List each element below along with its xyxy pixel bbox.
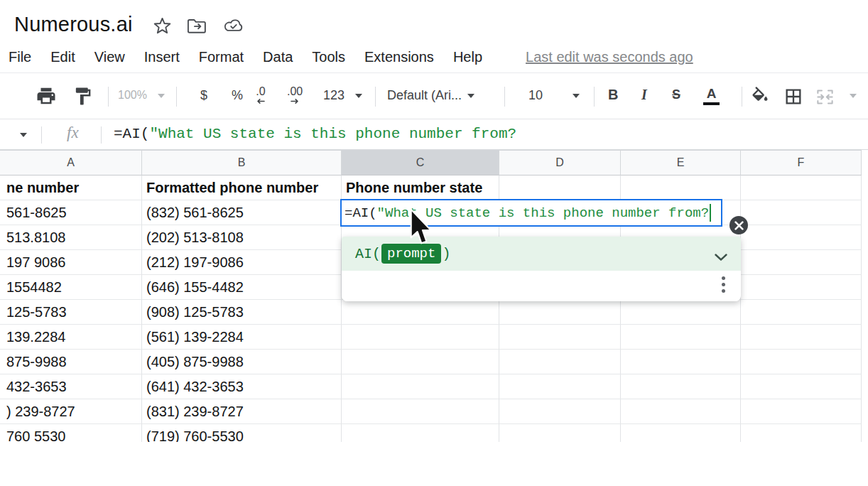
- active-cell-editor[interactable]: =AI("What US state is this phone number …: [340, 199, 722, 227]
- cell[interactable]: (212) 197-9086: [142, 250, 342, 275]
- cell[interactable]: [342, 350, 499, 374]
- menu-help[interactable]: Help: [453, 49, 482, 65]
- zoom-control[interactable]: 100%: [118, 89, 147, 102]
- more-formats-button[interactable]: 123: [323, 88, 345, 103]
- cloud-check-icon[interactable]: [223, 18, 244, 34]
- fill-color-button[interactable]: [750, 87, 770, 109]
- column-header-d[interactable]: D: [499, 150, 621, 176]
- merge-cells-button[interactable]: [815, 87, 835, 109]
- chevron-down-icon[interactable]: [714, 249, 728, 266]
- cell[interactable]: (908) 125-5783: [142, 300, 342, 325]
- more-options-icon[interactable]: [722, 276, 725, 293]
- cell[interactable]: [499, 300, 621, 325]
- cell[interactable]: 139.2284: [0, 325, 142, 350]
- cell[interactable]: (719) 760-5530: [142, 424, 342, 442]
- cell[interactable]: 197 9086: [0, 250, 142, 275]
- move-folder-icon[interactable]: [188, 17, 207, 34]
- bold-button[interactable]: B: [608, 87, 618, 103]
- menu-data[interactable]: Data: [263, 49, 293, 65]
- strikethrough-button[interactable]: S: [672, 87, 680, 102]
- cell[interactable]: [342, 325, 499, 350]
- cell[interactable]: [741, 275, 862, 300]
- cell[interactable]: (831) 239-8727: [142, 399, 342, 424]
- cell[interactable]: [621, 325, 741, 350]
- star-icon[interactable]: [153, 16, 172, 36]
- cell[interactable]: [499, 424, 621, 442]
- cell[interactable]: Phone number state: [342, 176, 499, 200]
- cell[interactable]: 760 5530: [0, 424, 142, 442]
- decrease-decimal-button[interactable]: .0: [256, 85, 266, 104]
- italic-button[interactable]: I: [641, 87, 647, 103]
- merge-dropdown-icon[interactable]: [850, 94, 857, 98]
- cell[interactable]: (832) 561-8625: [142, 200, 342, 225]
- cell[interactable]: [342, 424, 499, 442]
- menu-file[interactable]: File: [9, 49, 31, 65]
- cell[interactable]: 561-8625: [0, 200, 142, 225]
- menu-edit[interactable]: Edit: [50, 49, 75, 65]
- cell[interactable]: [342, 374, 499, 399]
- menu-format[interactable]: Format: [199, 49, 244, 65]
- cell[interactable]: (646) 155-4482: [142, 275, 342, 300]
- cell[interactable]: 875-9988: [0, 350, 142, 374]
- cell[interactable]: (405) 875-9988: [142, 350, 342, 374]
- cell[interactable]: [621, 374, 741, 399]
- cell[interactable]: [741, 225, 862, 250]
- cell[interactable]: [499, 176, 621, 200]
- cell[interactable]: [741, 300, 862, 325]
- cell[interactable]: 513.8108: [0, 225, 142, 250]
- paint-format-button[interactable]: [72, 86, 93, 109]
- formula-input[interactable]: =AI("What US state is this phone number …: [114, 126, 516, 142]
- cell[interactable]: [621, 176, 741, 200]
- document-title[interactable]: Numerous.ai: [14, 13, 133, 36]
- cell[interactable]: (641) 432-3653: [142, 374, 342, 399]
- cell[interactable]: [741, 424, 862, 442]
- last-edit-link[interactable]: Last edit was seconds ago: [526, 49, 693, 65]
- cell[interactable]: [741, 200, 862, 225]
- cell[interactable]: Formatted phone number: [142, 176, 342, 200]
- currency-format-button[interactable]: $: [200, 88, 207, 103]
- cell[interactable]: [621, 350, 741, 374]
- cell[interactable]: [741, 325, 862, 350]
- cell[interactable]: [741, 399, 862, 424]
- cell[interactable]: [741, 374, 862, 399]
- increase-decimal-button[interactable]: .00: [287, 85, 303, 104]
- cell[interactable]: [499, 399, 621, 424]
- column-header-f[interactable]: F: [741, 150, 862, 176]
- cell[interactable]: [741, 176, 862, 200]
- font-size-dropdown-icon[interactable]: [573, 94, 580, 98]
- cell[interactable]: ) 239-8727: [0, 399, 142, 424]
- cell[interactable]: [499, 325, 621, 350]
- font-name-select[interactable]: Default (Ari...: [387, 88, 462, 103]
- menu-insert[interactable]: Insert: [144, 49, 180, 65]
- print-button[interactable]: [36, 85, 57, 109]
- cell[interactable]: [621, 399, 741, 424]
- column-header-e[interactable]: E: [621, 150, 741, 176]
- cell[interactable]: [621, 300, 741, 325]
- close-button[interactable]: [729, 216, 748, 234]
- cell[interactable]: 1554482: [0, 275, 142, 300]
- cell[interactable]: [342, 399, 499, 424]
- menu-view[interactable]: View: [94, 49, 125, 65]
- cell[interactable]: [499, 374, 621, 399]
- text-color-button[interactable]: A: [703, 86, 720, 105]
- font-name-dropdown-icon[interactable]: [467, 94, 474, 98]
- name-box-dropdown-icon[interactable]: [20, 133, 27, 137]
- ai-function-suggestion[interactable]: AI(prompt): [342, 237, 741, 271]
- cell[interactable]: 432-3653: [0, 374, 142, 399]
- cell[interactable]: ne number: [0, 176, 142, 200]
- column-header-b[interactable]: B: [142, 150, 342, 176]
- cell[interactable]: 125-5783: [0, 300, 142, 325]
- borders-button[interactable]: [783, 87, 803, 109]
- column-header-a[interactable]: A: [0, 150, 142, 176]
- cell[interactable]: (202) 513-8108: [142, 225, 342, 250]
- cell[interactable]: [741, 250, 862, 275]
- font-size-select[interactable]: 10: [528, 88, 543, 103]
- cell[interactable]: [741, 350, 862, 374]
- cell[interactable]: (561) 139-2284: [142, 325, 342, 350]
- zoom-dropdown-icon[interactable]: [158, 94, 165, 98]
- more-formats-dropdown-icon[interactable]: [355, 94, 362, 98]
- percent-format-button[interactable]: %: [232, 88, 243, 103]
- cell[interactable]: [621, 424, 741, 442]
- menu-tools[interactable]: Tools: [312, 49, 345, 65]
- column-header-c[interactable]: C: [342, 150, 499, 176]
